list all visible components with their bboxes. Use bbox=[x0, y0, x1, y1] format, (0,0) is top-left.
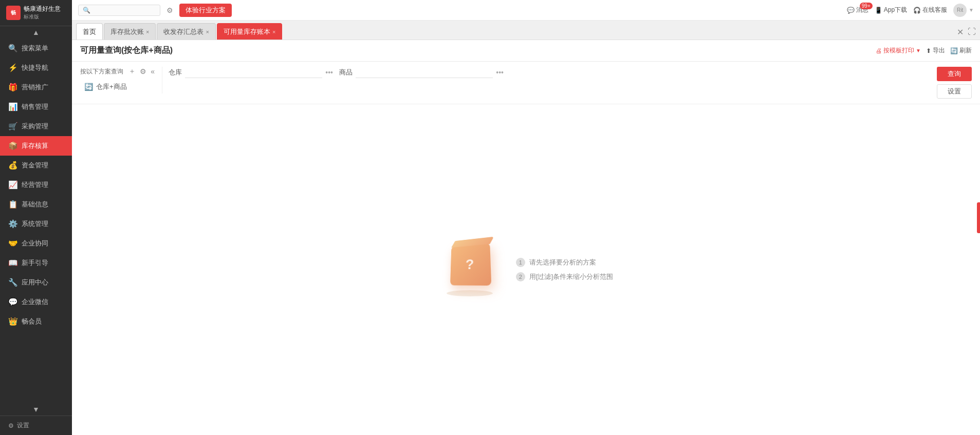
app-download-button[interactable]: 📱 App下载 bbox=[875, 6, 907, 14]
template-dropdown-icon: ▼ bbox=[916, 48, 921, 53]
avatar-text: Rit bbox=[957, 7, 963, 13]
template-print-button[interactable]: 🖨 按模板打印 ▼ bbox=[876, 46, 921, 55]
search-bar[interactable]: 🔍 bbox=[78, 5, 160, 16]
guide-icon: 📖 bbox=[8, 258, 17, 268]
goods-input[interactable] bbox=[356, 67, 493, 78]
message-button[interactable]: 💬 消息 99+ bbox=[847, 6, 868, 14]
warehouse-field: 仓库 ••• bbox=[169, 67, 333, 78]
message-badge: 99+ bbox=[860, 3, 873, 9]
maximize-tab-button[interactable]: ⛶ bbox=[968, 27, 976, 36]
sidebar-scroll-down[interactable]: ▼ bbox=[0, 403, 72, 415]
close-tab-button[interactable]: ✕ bbox=[957, 27, 964, 37]
refresh-button[interactable]: 🔄 刷新 bbox=[950, 46, 972, 55]
scheme-warehouse-goods[interactable]: 🔄 仓库+商品 bbox=[80, 80, 156, 93]
add-scheme-button[interactable]: ＋ bbox=[127, 67, 137, 76]
goods-more-icon[interactable]: ••• bbox=[496, 68, 504, 77]
system-icon: ⚙️ bbox=[8, 219, 17, 229]
message-icon: 💬 bbox=[847, 7, 855, 14]
industry-solution-button[interactable]: 体验行业方案 bbox=[179, 4, 232, 17]
sidebar-item-inventory[interactable]: 📦 库存核算 bbox=[0, 136, 72, 156]
user-menu[interactable]: Rit ▼ bbox=[953, 4, 974, 17]
right-edge-indicator bbox=[977, 202, 980, 233]
query-button[interactable]: 查询 bbox=[937, 67, 972, 81]
sidebar-footer: ⚙ 设置 bbox=[0, 415, 72, 435]
sidebar-item-system[interactable]: ⚙️ 系统管理 bbox=[0, 214, 72, 234]
tip-num-2: 2 bbox=[516, 272, 525, 281]
online-service-button[interactable]: 🎧 在线客服 bbox=[913, 6, 947, 14]
sidebar-item-label: 库存核算 bbox=[22, 141, 48, 150]
refresh-icon: 🔄 bbox=[950, 47, 958, 54]
sidebar-item-finance[interactable]: 💰 资金管理 bbox=[0, 156, 72, 175]
collapse-panel-button[interactable]: « bbox=[150, 67, 156, 75]
sidebar-item-label: 企业协同 bbox=[22, 239, 48, 248]
sidebar-item-label: 搜索菜单 bbox=[22, 44, 48, 53]
sidebar-item-operations[interactable]: 📈 经营管理 bbox=[0, 175, 72, 195]
tab-available-ledger[interactable]: 可用量库存账本 × bbox=[217, 23, 282, 40]
empty-state: 1 请先选择要分析的方案 2 用[过滤]条件来缩小分析范围 bbox=[72, 104, 980, 435]
sidebar-item-purchase[interactable]: 🛒 采购管理 bbox=[0, 117, 72, 136]
footer-label: 设置 bbox=[17, 421, 29, 430]
topbar-gear-icon[interactable]: ⚙ bbox=[164, 4, 175, 16]
tip-text-2: 用[过滤]条件来缩小分析范围 bbox=[529, 272, 613, 281]
collab-icon: 🤝 bbox=[8, 239, 17, 248]
basic-icon: 📋 bbox=[8, 200, 17, 209]
sidebar-item-basic[interactable]: 📋 基础信息 bbox=[0, 195, 72, 214]
tab-home-label: 首页 bbox=[83, 27, 96, 36]
template-print-label: 按模板打印 bbox=[883, 46, 914, 55]
tab-inventory-batch-label: 库存批次账 bbox=[110, 27, 144, 36]
query-schemes-header: 按以下方案查询 ＋ ⚙ « bbox=[80, 67, 156, 76]
query-fields: 仓库 ••• 商品 ••• bbox=[169, 67, 931, 78]
purchase-icon: 🛒 bbox=[8, 122, 17, 131]
sidebar-item-member[interactable]: 👑 畅会员 bbox=[0, 312, 72, 331]
sidebar-item-marketing[interactable]: 🎁 营销推广 bbox=[0, 78, 72, 97]
query-area: 按以下方案查询 ＋ ⚙ « 🔄 仓库+商品 仓库 ••• 商品 bbox=[72, 62, 980, 104]
app-center-icon: 🔧 bbox=[8, 278, 17, 287]
setting-button[interactable]: 设置 bbox=[937, 84, 972, 99]
phone-icon: 📱 bbox=[875, 7, 882, 14]
sidebar: 畅 畅康通好生意 标准版 ▲ 🔍 搜索菜单 ⚡ 快捷导航 🎁 营销推广 📊 销售… bbox=[0, 0, 72, 435]
inventory-icon: 📦 bbox=[8, 141, 17, 150]
tip-num-1: 1 bbox=[516, 258, 525, 267]
finance-icon: 💰 bbox=[8, 161, 17, 170]
warehouse-input[interactable] bbox=[185, 67, 322, 78]
app-version: 标准版 bbox=[24, 13, 61, 21]
sidebar-item-label: 营销推广 bbox=[22, 83, 48, 92]
tab-inventory-batch-close[interactable]: × bbox=[146, 29, 149, 35]
marketing-icon: 🎁 bbox=[8, 83, 17, 92]
goods-label: 商品 bbox=[339, 68, 353, 77]
tip-text-1: 请先选择要分析的方案 bbox=[529, 258, 596, 267]
warehouse-label: 仓库 bbox=[169, 68, 182, 77]
scheme-label: 仓库+商品 bbox=[96, 82, 127, 91]
empty-shadow bbox=[447, 290, 493, 296]
tab-inventory-batch[interactable]: 库存批次账 × bbox=[104, 23, 156, 40]
warehouse-more-icon[interactable]: ••• bbox=[325, 68, 333, 77]
settings-icon: ⚙ bbox=[8, 422, 14, 429]
empty-box bbox=[450, 243, 491, 286]
sidebar-item-shortcut[interactable]: ⚡ 快捷导航 bbox=[0, 58, 72, 78]
sidebar-item-collab[interactable]: 🤝 企业协同 bbox=[0, 234, 72, 253]
sales-icon: 📊 bbox=[8, 102, 17, 111]
sidebar-item-guide[interactable]: 📖 新手引导 bbox=[0, 253, 72, 273]
tab-home[interactable]: 首页 bbox=[76, 23, 103, 40]
headset-icon: 🎧 bbox=[913, 7, 921, 14]
sidebar-item-wechat[interactable]: 💬 企业微信 bbox=[0, 292, 72, 312]
tab-summary[interactable]: 收发存汇总表 × bbox=[157, 23, 215, 40]
manage-scheme-button[interactable]: ⚙ bbox=[139, 67, 147, 75]
export-button[interactable]: ⬆ 导出 bbox=[926, 46, 945, 55]
tab-summary-close[interactable]: × bbox=[206, 29, 209, 35]
shortcut-icon: ⚡ bbox=[8, 63, 17, 72]
tab-available-ledger-close[interactable]: × bbox=[272, 29, 275, 35]
sidebar-item-app-center[interactable]: 🔧 应用中心 bbox=[0, 273, 72, 292]
wechat-icon: 💬 bbox=[8, 297, 17, 307]
sidebar-item-sales[interactable]: 📊 销售管理 bbox=[0, 97, 72, 117]
tabsbar-actions: ✕ ⛶ bbox=[957, 27, 976, 37]
query-schemes-panel: 按以下方案查询 ＋ ⚙ « 🔄 仓库+商品 bbox=[80, 67, 162, 93]
tab-summary-label: 收发存汇总表 bbox=[163, 27, 204, 36]
sidebar-item-search[interactable]: 🔍 搜索菜单 bbox=[0, 39, 72, 58]
search-menu-icon: 🔍 bbox=[8, 44, 17, 53]
sidebar-item-label: 应用中心 bbox=[22, 278, 48, 287]
empty-tip-1: 1 请先选择要分析的方案 bbox=[516, 258, 613, 267]
page-content: 可用量查询(按仓库+商品) 🖨 按模板打印 ▼ ⬆ 导出 🔄 刷新 bbox=[72, 40, 980, 435]
empty-tip-2: 2 用[过滤]条件来缩小分析范围 bbox=[516, 272, 613, 281]
sidebar-scroll-up[interactable]: ▲ bbox=[0, 26, 72, 39]
